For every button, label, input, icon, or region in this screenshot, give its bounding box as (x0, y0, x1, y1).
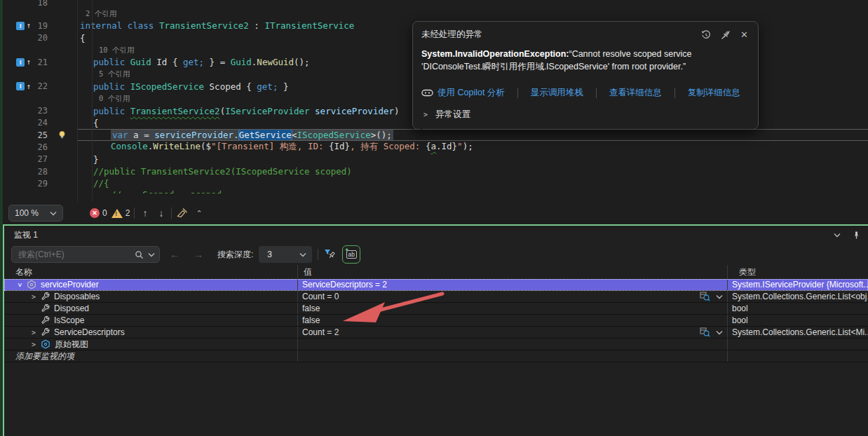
line-number: 20 (31, 33, 48, 43)
watch-name-cell[interactable]: >serviceProvider (4, 279, 298, 290)
implements-interface-icon[interactable]: I (16, 58, 25, 67)
close-icon[interactable]: ✕ (740, 29, 748, 40)
current-statement-box (77, 129, 868, 141)
search-depth-label: 搜索深度: (217, 249, 253, 261)
search-options-chevron-icon[interactable] (148, 252, 155, 257)
watch-name-cell[interactable]: Disposed (4, 303, 298, 314)
pin-icon[interactable] (852, 231, 861, 240)
watch-value-cell[interactable]: Count = 2 (298, 327, 728, 338)
code-cleanup-broom-icon[interactable] (176, 207, 188, 219)
window-menu-chevron-icon[interactable] (834, 233, 841, 238)
watch-type-cell (728, 339, 868, 350)
lightbulb-icon[interactable] (57, 130, 67, 139)
warning-count: 2 (126, 208, 130, 218)
code-text: // Scoped = scoped; (77, 189, 227, 193)
search-depth-value: 3 (267, 250, 272, 259)
expand-chevron-icon[interactable]: > (29, 341, 38, 348)
watch-value-cell[interactable]: ServiceDescriptors = 2 (298, 279, 728, 290)
watch-search-box[interactable] (11, 246, 160, 263)
watch-item-type: System.Collections.Generic.List<Mi... (732, 327, 868, 337)
search-icon[interactable] (135, 250, 144, 259)
chevron-right-icon: > (421, 111, 430, 118)
watch-toolbar: ← → 搜索深度: 3 ✦ ab (4, 244, 868, 265)
implements-interface-icon[interactable]: I (16, 22, 25, 30)
watch-name-cell[interactable]: >Disposables (4, 291, 298, 302)
watch-row[interactable]: >DisposablesCount = 0System.Collections.… (4, 291, 868, 303)
separator (596, 88, 597, 98)
code-line: 29//{ (3, 177, 868, 189)
code-text: //{ (77, 178, 109, 189)
editor-status-bar: 100 % ✕ 0 2 ↑ ↓ ⌃ (3, 202, 868, 224)
visualizer-icon[interactable] (700, 292, 710, 301)
watch-item-type: System.Collections.Generic.List<obj... (732, 292, 868, 301)
zoom-dropdown[interactable]: 100 % (8, 205, 63, 222)
exception-action-link[interactable]: 显示调用堆栈 (531, 87, 583, 99)
watch-value-cell[interactable] (298, 339, 728, 350)
warning-badge[interactable]: 2 (111, 208, 130, 218)
line-number: 22 (31, 81, 48, 91)
chevron-down-icon (299, 252, 306, 257)
visualizer-chevron-icon[interactable] (716, 330, 723, 335)
code-text: Console.WriteLine($"[Transient] 构造, ID: … (77, 141, 473, 153)
exception-settings-expander[interactable]: > 异常设置 (421, 109, 748, 121)
column-header-value[interactable]: 值 (298, 265, 728, 279)
codelens-references: 0 个引用 (77, 94, 130, 104)
visualizer-icon[interactable] (700, 327, 710, 337)
next-issue-icon[interactable]: ↓ (155, 207, 167, 219)
watch-value-cell[interactable]: false (298, 315, 728, 326)
watch-name-cell[interactable]: >ServiceDescriptors (4, 327, 298, 338)
object-blue-icon (41, 339, 50, 349)
sparkle-icon: ✦ (344, 247, 349, 253)
watch-name-cell[interactable]: IsScope (4, 315, 298, 326)
unpin-icon[interactable] (721, 30, 731, 40)
previous-issue-icon[interactable]: ↑ (139, 207, 151, 219)
watch-window: 监视 1 ← → 搜索深度: 3 ✦ ab (3, 224, 868, 436)
watch-value-cell[interactable]: false (298, 303, 728, 314)
watch-row[interactable]: >ServiceDescriptorsCount = 2System.Colle… (4, 327, 868, 339)
watch-row[interactable]: IsScopefalsebool (4, 315, 868, 327)
watch-item-name: serviceProvider (41, 280, 99, 289)
search-input[interactable] (18, 250, 135, 259)
watch-type-cell (728, 350, 868, 362)
pin-filter-icon[interactable] (324, 249, 337, 260)
action-label: 显示调用堆栈 (531, 87, 583, 99)
search-depth-dropdown[interactable]: 3 (259, 246, 312, 263)
vs-debug-screen: 182 个引用I↑19internal class TransientServi… (0, 0, 868, 436)
line-number: 26 (31, 142, 48, 152)
visualizer-chevron-icon[interactable] (716, 294, 723, 299)
error-count: 0 (102, 208, 107, 218)
exception-type: System.InvalidOperationException: (421, 49, 569, 59)
collapse-chevron-icon[interactable]: ⌃ (192, 209, 205, 218)
code-text: { (77, 118, 99, 128)
expand-chevron-icon[interactable]: > (29, 293, 38, 301)
column-header-type[interactable]: 类型 (728, 265, 868, 279)
collapse-chevron-icon[interactable]: > (16, 280, 24, 289)
search-forward-icon[interactable]: → (189, 249, 208, 260)
watch-item-value: false (302, 315, 320, 325)
copilot-icon (421, 88, 433, 97)
history-icon[interactable] (701, 30, 711, 40)
watch-title: 监视 1 (14, 229, 38, 241)
watch-row[interactable]: Disposedfalsebool (4, 303, 868, 315)
exception-action-link[interactable]: 使用 Copilot 分析 (421, 87, 505, 99)
implements-interface-icon[interactable]: I (16, 82, 25, 90)
watch-value-cell[interactable]: Count = 0 (298, 291, 728, 302)
watch-row[interactable]: >原始视图 (4, 339, 868, 350)
watch-value-cell[interactable] (298, 350, 728, 362)
search-back-icon[interactable]: ← (165, 249, 184, 260)
exception-action-link[interactable]: 查看详细信息 (609, 87, 662, 99)
watch-row[interactable]: >serviceProviderServiceDescriptors = 2Sy… (4, 279, 868, 291)
error-badge[interactable]: ✕ 0 (90, 208, 107, 218)
watch-item-value: ServiceDescriptors = 2 (302, 280, 387, 289)
watch-add-row[interactable]: 添加要监视的项 (4, 350, 868, 362)
expand-chevron-icon[interactable]: > (29, 329, 38, 336)
exception-action-link[interactable]: 复制详细信息 (688, 87, 740, 99)
watch-item-name: Disposed (54, 304, 89, 313)
watch-name-cell[interactable]: >原始视图 (4, 339, 298, 350)
codelens-references: 10 个引用 (77, 46, 134, 55)
watch-item-value: Count = 2 (302, 327, 339, 337)
text-display-toggle[interactable]: ✦ ab (342, 245, 360, 264)
column-header-name[interactable]: 名称 (4, 265, 298, 279)
watch-name-cell[interactable]: 添加要监视的项 (4, 350, 298, 362)
separator (318, 249, 318, 260)
